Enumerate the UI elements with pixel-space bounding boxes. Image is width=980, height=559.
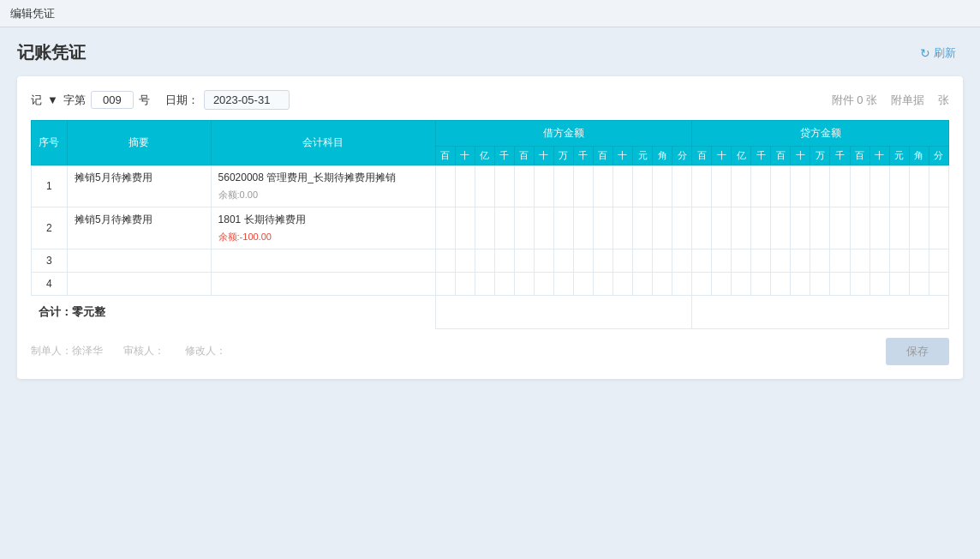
debit-amount-cell[interactable] — [672, 273, 692, 296]
row-account[interactable] — [211, 273, 435, 296]
credit-amount-cell[interactable] — [830, 249, 850, 273]
debit-amount-cell[interactable] — [553, 165, 573, 207]
credit-amount-cell[interactable] — [889, 273, 909, 296]
credit-amount-cell[interactable] — [810, 273, 830, 296]
credit-amount-cell[interactable] — [810, 249, 830, 273]
credit-amount-cell[interactable] — [929, 165, 948, 207]
credit-amount-cell[interactable] — [732, 165, 751, 207]
debit-amount-cell[interactable] — [573, 249, 593, 273]
debit-amount-cell[interactable] — [534, 273, 553, 296]
credit-amount-cell[interactable] — [791, 165, 810, 207]
credit-amount-cell[interactable] — [732, 249, 751, 273]
row-summary[interactable]: 摊销5月待摊费用 — [67, 207, 211, 249]
debit-amount-cell[interactable] — [612, 207, 632, 249]
credit-amount-cell[interactable] — [869, 249, 889, 273]
debit-amount-cell[interactable] — [435, 207, 455, 249]
debit-amount-cell[interactable] — [455, 273, 475, 296]
debit-amount-cell[interactable] — [653, 249, 672, 273]
debit-amount-cell[interactable] — [573, 207, 593, 249]
debit-amount-cell[interactable] — [435, 165, 455, 207]
row-account[interactable] — [211, 249, 435, 273]
debit-amount-cell[interactable] — [653, 207, 672, 249]
credit-amount-cell[interactable] — [909, 273, 929, 296]
debit-amount-cell[interactable] — [435, 249, 455, 273]
credit-amount-cell[interactable] — [869, 165, 889, 207]
credit-amount-cell[interactable] — [791, 273, 810, 296]
credit-amount-cell[interactable] — [692, 207, 712, 249]
debit-amount-cell[interactable] — [494, 165, 514, 207]
debit-amount-cell[interactable] — [593, 273, 612, 296]
row-summary[interactable] — [67, 273, 211, 296]
debit-amount-cell[interactable] — [633, 273, 653, 296]
credit-amount-cell[interactable] — [850, 249, 869, 273]
refresh-button[interactable]: ↻ 刷新 — [913, 42, 963, 64]
debit-amount-cell[interactable] — [612, 249, 632, 273]
credit-amount-cell[interactable] — [771, 165, 791, 207]
debit-amount-cell[interactable] — [633, 249, 653, 273]
credit-amount-cell[interactable] — [889, 165, 909, 207]
debit-amount-cell[interactable] — [514, 207, 534, 249]
credit-amount-cell[interactable] — [791, 249, 810, 273]
debit-amount-cell[interactable] — [455, 207, 475, 249]
credit-amount-cell[interactable] — [830, 273, 850, 296]
debit-amount-cell[interactable] — [593, 207, 612, 249]
credit-amount-cell[interactable] — [830, 165, 850, 207]
debit-amount-cell[interactable] — [612, 165, 632, 207]
debit-amount-cell[interactable] — [514, 165, 534, 207]
credit-amount-cell[interactable] — [850, 207, 869, 249]
credit-amount-cell[interactable] — [771, 207, 791, 249]
debit-amount-cell[interactable] — [534, 165, 553, 207]
debit-amount-cell[interactable] — [475, 249, 494, 273]
credit-amount-cell[interactable] — [751, 165, 771, 207]
credit-amount-cell[interactable] — [889, 249, 909, 273]
row-summary[interactable]: 摊销5月待摊费用 — [67, 165, 211, 207]
debit-amount-cell[interactable] — [653, 165, 672, 207]
credit-amount-cell[interactable] — [791, 207, 810, 249]
credit-amount-cell[interactable] — [889, 207, 909, 249]
credit-amount-cell[interactable] — [909, 165, 929, 207]
debit-amount-cell[interactable] — [553, 273, 573, 296]
debit-amount-cell[interactable] — [435, 273, 455, 296]
credit-amount-cell[interactable] — [909, 249, 929, 273]
debit-amount-cell[interactable] — [633, 207, 653, 249]
credit-amount-cell[interactable] — [850, 273, 869, 296]
debit-amount-cell[interactable] — [653, 273, 672, 296]
credit-amount-cell[interactable] — [712, 207, 732, 249]
debit-amount-cell[interactable] — [672, 249, 692, 273]
credit-amount-cell[interactable] — [712, 165, 732, 207]
credit-amount-cell[interactable] — [692, 165, 712, 207]
debit-amount-cell[interactable] — [494, 249, 514, 273]
debit-amount-cell[interactable] — [514, 273, 534, 296]
debit-amount-cell[interactable] — [475, 273, 494, 296]
debit-amount-cell[interactable] — [534, 249, 553, 273]
row-account[interactable]: 56020008 管理费用_长期待摊费用摊销余额:0.00 — [211, 165, 435, 207]
debit-amount-cell[interactable] — [494, 273, 514, 296]
save-button[interactable]: 保存 — [886, 338, 949, 365]
debit-amount-cell[interactable] — [455, 249, 475, 273]
credit-amount-cell[interactable] — [810, 207, 830, 249]
credit-amount-cell[interactable] — [732, 273, 751, 296]
credit-amount-cell[interactable] — [850, 165, 869, 207]
row-summary[interactable] — [67, 249, 211, 273]
credit-amount-cell[interactable] — [751, 249, 771, 273]
credit-amount-cell[interactable] — [771, 273, 791, 296]
credit-amount-cell[interactable] — [712, 273, 732, 296]
credit-amount-cell[interactable] — [929, 273, 948, 296]
credit-amount-cell[interactable] — [751, 207, 771, 249]
credit-amount-cell[interactable] — [810, 165, 830, 207]
zi-number[interactable]: 009 — [91, 91, 134, 109]
credit-amount-cell[interactable] — [869, 273, 889, 296]
debit-amount-cell[interactable] — [475, 165, 494, 207]
debit-amount-cell[interactable] — [573, 273, 593, 296]
credit-amount-cell[interactable] — [732, 207, 751, 249]
debit-amount-cell[interactable] — [612, 273, 632, 296]
credit-amount-cell[interactable] — [712, 249, 732, 273]
debit-amount-cell[interactable] — [573, 165, 593, 207]
debit-amount-cell[interactable] — [534, 207, 553, 249]
credit-amount-cell[interactable] — [929, 207, 948, 249]
credit-amount-cell[interactable] — [929, 249, 948, 273]
debit-amount-cell[interactable] — [593, 165, 612, 207]
debit-amount-cell[interactable] — [633, 165, 653, 207]
debit-amount-cell[interactable] — [672, 165, 692, 207]
debit-amount-cell[interactable] — [455, 165, 475, 207]
